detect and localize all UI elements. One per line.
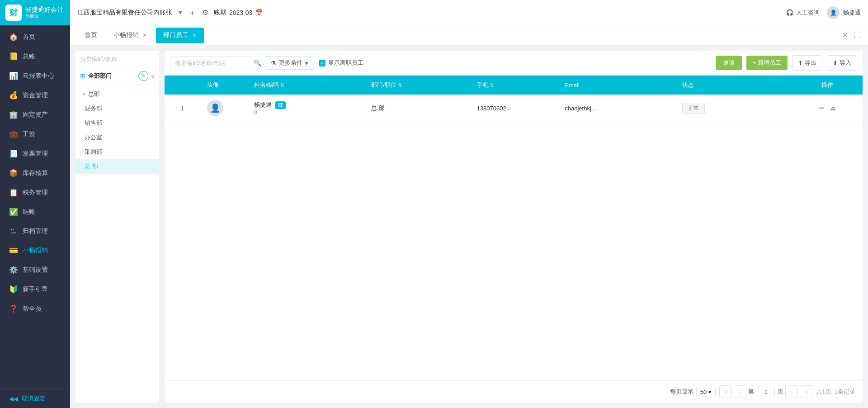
user-info[interactable]: 👤 畅捷通 [827,6,861,19]
home-icon: 🏠 [9,33,18,41]
cell-dept-position: 总 部 [364,95,470,122]
dept-general-label: 总部 [88,90,100,98]
sidebar-item-help[interactable]: ❓ 帮全员 [0,299,70,318]
page-size-dropdown-icon: ▾ [708,389,712,395]
last-page-button[interactable]: » [800,385,812,398]
dept-item-sales[interactable]: 销售部 [75,116,159,130]
sidebar-item-invoice[interactable]: 🧾 发票管理 [0,144,70,163]
sidebar-item-tax[interactable]: 📋 税务管理 [0,183,70,202]
import-button[interactable]: ⬇ 导入 [827,55,857,71]
dept-item-headquarters[interactable]: 总 部 [75,159,159,174]
dept-item-general[interactable]: ▼ 总部 [75,87,159,101]
employee-search-box[interactable]: 🔍 [170,57,260,69]
sidebar-item-label: 工资 [23,130,35,138]
ledger-icon: 📒 [9,52,18,61]
period-value[interactable]: 2023-03 [229,9,252,16]
col-name-code[interactable]: 姓名/编码 [247,76,364,95]
sidebar-item-label: 基础设置 [23,266,48,274]
employee-search-icon[interactable]: 🔍 [254,59,261,66]
payroll-icon: 💼 [9,130,18,138]
dept-item-office[interactable]: 办公室 [75,130,159,145]
tab-expense[interactable]: 小畅报销 ✕ [106,28,154,43]
tab-home[interactable]: 首页 [77,28,104,43]
dept-search-icon[interactable]: 🔍 [159,55,159,62]
cancel-fixed-button[interactable]: ◀◀ 取消固定 [0,389,70,408]
sidebar: 财 畅捷通好会计 旗舰版 🏠 首页 📒 总账 📊 云报表中心 💰 资金管理 🏢 … [0,0,70,408]
topbar-settings-icon[interactable]: ⚙ [202,8,208,17]
cell-index: 1 [165,95,200,122]
sidebar-item-general-ledger[interactable]: 📒 总账 [0,47,70,66]
cell-status: 正常 [675,95,792,122]
col-status: 状态 [675,76,792,95]
dept-all-header[interactable]: ⊞ 全部部门 ✎ « [75,67,159,85]
more-filter-button[interactable]: ⚗ 更多条件 ▾ [265,56,314,70]
first-page-button[interactable]: « [719,385,732,398]
col-phone[interactable]: 手机 [470,76,558,95]
export-icon: ⬆ [798,60,803,66]
sidebar-item-fixed-assets[interactable]: 🏢 固定资产 [0,105,70,124]
dept-collapse-button[interactable]: « [151,72,155,80]
page-size-dropdown[interactable]: 50 ▾ [696,387,716,397]
sidebar-item-home[interactable]: 🏠 首页 [0,27,70,47]
employee-avatar: 👤 [207,100,223,116]
prev-page-button[interactable]: ‹ [734,385,746,398]
content-area: 🔍 ⊞ 全部部门 ✎ « ▼ 总部 财务部 销售部 [70,45,868,408]
consult-button[interactable]: 🎧 人工咨询 [786,9,820,17]
app-logo[interactable]: 财 畅捷通好会计 旗舰版 [0,0,70,25]
toolbar-right-actions: 邀请 + 新增员工 ⬆ 导出 ⬇ 导入 [716,55,857,71]
logo-icon: 财 [5,5,22,21]
dept-item-purchase[interactable]: 采购部 [75,145,159,159]
dept-headquarters-label: 总 部 [85,162,98,171]
company-name[interactable]: 江西服宝精品有限责任公司内账张 [77,9,172,17]
sidebar-item-expense[interactable]: 💳 小畅报销 [0,241,70,260]
page-suffix: 页 [778,388,783,396]
page-number-input[interactable] [757,387,775,397]
topbar: 江西服宝精品有限责任公司内账张 ▼ ＋ ⚙ 账期 2023-03 📅 🎧 人工咨… [70,0,868,25]
tab-dept-employee-close[interactable]: ✕ [192,32,197,38]
tab-close-button[interactable]: ✕ [842,31,848,39]
tab-maximize-button[interactable]: ⛶ [854,31,861,39]
dept-edit-icon[interactable]: ✎ [138,71,148,81]
user-name: 畅捷通 [843,9,861,17]
sidebar-item-settings[interactable]: ⚙️ 基础设置 [0,260,70,280]
add-employee-button[interactable]: + 新增员工 [746,56,788,70]
sidebar-item-reports[interactable]: 📊 云报表中心 [0,66,70,85]
total-info: 共1页, 1条记录 [816,388,855,396]
col-avatar: 头像 [200,76,247,95]
show-resigned-checkbox[interactable]: ✓ 显示离职员工 [319,59,363,67]
employee-table: 头像 姓名/编码 部门/职位 手机 Email 状态 操作 1 [165,76,863,380]
next-page-button[interactable]: › [785,385,798,398]
app-sub: 旗舰版 [25,13,63,19]
col-dept-position[interactable]: 部门/职位 [364,76,470,95]
sidebar-item-archive[interactable]: 🗂 归档管理 [0,222,70,241]
grid-icon: ⊞ [80,72,85,80]
employee-name-text: 畅捷通 [254,101,272,109]
expense-icon: 💳 [9,246,18,255]
sidebar-item-funds[interactable]: 💰 资金管理 [0,85,70,105]
edit-employee-button[interactable]: ✏ [819,104,825,112]
export-button[interactable]: ⬆ 导出 [792,55,822,71]
pin-icon: ◀◀ [9,395,18,402]
tax-icon: 📋 [9,188,18,197]
tab-dept-employee[interactable]: 部门员工 ✕ [156,28,204,43]
company-dropdown-icon[interactable]: ▼ [178,9,183,16]
dept-search-input[interactable] [80,56,156,62]
logo-text-group: 畅捷通好会计 旗舰版 [25,6,63,20]
employee-search-input[interactable] [175,60,251,66]
sidebar-item-label: 新手引导 [23,285,48,294]
topbar-right: 🎧 人工咨询 👤 畅捷通 [786,6,861,19]
dept-tree: ▼ 总部 财务部 销售部 办公室 采购部 总 部 [75,85,159,403]
sidebar-item-label: 归档管理 [23,227,48,235]
tab-expense-close[interactable]: ✕ [142,32,147,38]
sidebar-item-payroll[interactable]: 💼 工资 [0,124,70,144]
sidebar-item-checkout[interactable]: ✅ 结账 [0,202,70,222]
logout-employee-button[interactable]: ⏏ [830,104,836,112]
invite-button[interactable]: 邀请 [716,56,742,70]
sidebar-item-inventory[interactable]: 📦 库存核算 [0,163,70,183]
calendar-icon[interactable]: 📅 [255,9,263,16]
headset-icon: 🎧 [786,9,793,16]
add-tab-button[interactable]: ＋ [189,7,197,18]
sidebar-item-guide[interactable]: 🔰 新手引导 [0,280,70,299]
dept-item-finance[interactable]: 财务部 [75,101,159,116]
page-label: 第 [748,388,754,396]
